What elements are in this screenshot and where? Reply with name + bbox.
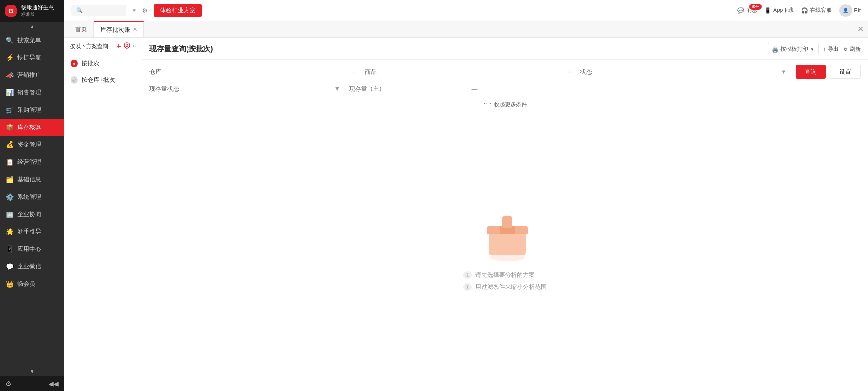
warehouse-input[interactable] (179, 68, 351, 75)
page-title: 现存量查询(按批次) (149, 44, 213, 54)
goods-label: 商品 (365, 68, 392, 76)
app-center-icon: 📱 (5, 245, 14, 253)
print-button[interactable]: 🖨️ 按模板打印 ▼ (768, 43, 819, 55)
batch-dot: ● (71, 60, 78, 67)
stock-amount-from-input[interactable] (387, 85, 464, 92)
left-panel-title-text: 按以下方案查询 (70, 43, 108, 50)
sidebar-item-label: 销售管理 (17, 88, 41, 97)
sidebar-item-label: 库存核算 (17, 123, 41, 131)
tabbar: 首页 库存批次账 ✕ ✕ (64, 21, 868, 38)
page-header: 现存量查询(按批次) 🖨️ 按模板打印 ▼ ↑ 导出 ↻ 刷新 (142, 38, 868, 60)
settings-button[interactable]: 设置 (830, 65, 861, 79)
svg-point-0 (124, 43, 130, 48)
sidebar-item-label: 资金管理 (17, 141, 41, 149)
goods-input[interactable] (394, 68, 566, 75)
operation-icon: 📋 (5, 158, 14, 166)
stock-amount-label: 现存量（主） (349, 85, 385, 93)
sidebar-item-label: 经营管理 (17, 158, 41, 166)
left-panel-header: 按以下方案查询 + « (64, 38, 142, 55)
printer-icon: 🖨️ (772, 46, 779, 53)
newcomer-icon: 🌟 (5, 228, 14, 235)
online-service-item[interactable]: 🎧 在线客服 (801, 6, 832, 14)
tab-home-label: 首页 (75, 25, 87, 33)
close-all-tabs[interactable]: ✕ (853, 21, 868, 37)
sidebar-item-app-center[interactable]: 📱 应用中心 (0, 240, 64, 258)
topbar-search-area[interactable]: 🔍 (71, 5, 126, 16)
topbar-gear-icon[interactable]: ⚙ (142, 7, 148, 14)
app-download-item[interactable]: 📱 App下载 (764, 6, 794, 14)
stock-status-select[interactable]: ▼ (179, 83, 344, 94)
query-button[interactable]: 查询 (796, 65, 826, 79)
tab-home[interactable]: 首页 (69, 21, 94, 37)
status-field: 状态 ▼ (580, 66, 790, 77)
main-area: 🔍 ▼ ⚙ 体验行业方案 💬 消息 99+ 📱 App下载 🎧 在线客服 👤 (64, 0, 868, 391)
sidebar-item-label: 营销推广 (17, 71, 41, 79)
status-select[interactable]: ▼ (608, 66, 790, 77)
refresh-icon: ↻ (843, 46, 848, 53)
goods-input-wrapper[interactable]: ··· (392, 66, 575, 77)
add-scheme-icon[interactable]: + (116, 42, 121, 50)
inventory-icon: 📦 (5, 124, 14, 131)
sidebar-item-marketing[interactable]: 📣 营销推广 (0, 66, 64, 84)
sidebar-item-label: 企业微信 (17, 262, 41, 271)
scheme-item-batch[interactable]: ● 按批次 (64, 55, 142, 72)
app-version: 标准版 (21, 11, 54, 18)
experience-button[interactable]: 体验行业方案 (154, 4, 202, 17)
collapse-more-btn[interactable]: ⌃⌃ 收起更多条件 (149, 99, 861, 110)
filter-row-1: 仓库 ··· 商品 ··· (149, 65, 861, 79)
sidebar-item-enterprise[interactable]: 🏢 企业协同 (0, 206, 64, 223)
sidebar-item-label: 采购管理 (17, 106, 41, 114)
stock-amount-to-wrapper[interactable] (481, 83, 563, 94)
enterprise-wechat-icon: 💬 (5, 263, 14, 270)
sidebar-item-members[interactable]: 👑 畅会员 (0, 275, 64, 293)
tab-batch-label: 库存批次账 (100, 26, 130, 34)
sidebar-item-newcomer[interactable]: 🌟 新手引导 (0, 223, 64, 240)
sidebar-scroll-up[interactable]: ▲ (0, 22, 64, 32)
page-header-actions: 🖨️ 按模板打印 ▼ ↑ 导出 ↻ 刷新 (768, 43, 861, 55)
user-avatar: 👤 (839, 4, 852, 17)
empty-hint-2-text: 用过滤条件来缩小分析范围 (475, 283, 547, 291)
app-download-icon: 📱 (764, 7, 771, 14)
sidebar-item-enterprise-wechat[interactable]: 💬 企业微信 (0, 258, 64, 275)
sidebar-item-basic[interactable]: 🗂️ 基础信息 (0, 171, 64, 188)
user-item[interactable]: 👤 Rit (839, 4, 861, 17)
topbar-dropdown-icon[interactable]: ▼ (132, 8, 137, 13)
sidebar-nav: 🔍 搜索菜单 ⚡ 快捷导航 📣 营销推广 📊 销售管理 🛒 采购管理 📦 库存核… (0, 32, 64, 366)
stock-amount-from-wrapper[interactable] (385, 83, 467, 94)
stock-amount-field: 现存量（主） — (349, 83, 563, 94)
members-icon: 👑 (5, 280, 14, 288)
warehouse-more-icon[interactable]: ··· (351, 69, 356, 75)
sidebar-item-inventory[interactable]: 📦 库存核算 (0, 119, 64, 136)
goods-more-icon[interactable]: ··· (566, 69, 571, 75)
marketing-icon: 📣 (5, 71, 14, 79)
sidebar-item-finance[interactable]: 💰 资金管理 (0, 136, 64, 153)
sidebar-item-system[interactable]: ⚙️ 系统管理 (0, 188, 64, 206)
scheme-item-warehouse-batch[interactable]: ◎ 按仓库+批次 (64, 72, 142, 88)
sidebar-item-sales[interactable]: 📊 销售管理 (0, 84, 64, 101)
sidebar-settings-icon[interactable]: ⚙ (5, 380, 11, 387)
sidebar-item-label: 基础信息 (17, 175, 41, 184)
tab-close-icon[interactable]: ✕ (133, 27, 137, 33)
sidebar: B 畅康通好生意 标准版 ▲ 🔍 搜索菜单 ⚡ 快捷导航 📣 营销推广 📊 销售… (0, 0, 64, 391)
warehouse-label: 仓库 (149, 68, 177, 76)
sidebar-collapse-icon[interactable]: ◀◀ (49, 380, 59, 387)
enterprise-icon: 🏢 (5, 211, 14, 218)
tab-batch-account[interactable]: 库存批次账 ✕ (94, 21, 144, 37)
sidebar-item-operation[interactable]: 📋 经营管理 (0, 153, 64, 171)
sidebar-item-search[interactable]: 🔍 搜索菜单 (0, 32, 64, 49)
refresh-button[interactable]: ↻ 刷新 (843, 45, 861, 53)
sidebar-header: B 畅康通好生意 标准版 (0, 0, 64, 22)
export-button[interactable]: ↑ 导出 (823, 45, 839, 53)
empty-box-svg (482, 216, 533, 262)
stock-amount-to-input[interactable] (483, 85, 560, 92)
scheme-settings-icon[interactable] (124, 42, 130, 50)
print-chevron-icon: ▼ (810, 47, 814, 52)
sales-icon: 📊 (5, 89, 14, 96)
hint-num-2: ② (463, 283, 472, 291)
messages-item[interactable]: 💬 消息 99+ (737, 6, 757, 14)
sidebar-scroll-down[interactable]: ▼ (0, 366, 64, 376)
panel-collapse-arrow[interactable]: « (133, 42, 136, 50)
warehouse-input-wrapper[interactable]: ··· (177, 66, 359, 77)
sidebar-item-purchase[interactable]: 🛒 采购管理 (0, 101, 64, 119)
sidebar-item-quick-nav[interactable]: ⚡ 快捷导航 (0, 49, 64, 66)
